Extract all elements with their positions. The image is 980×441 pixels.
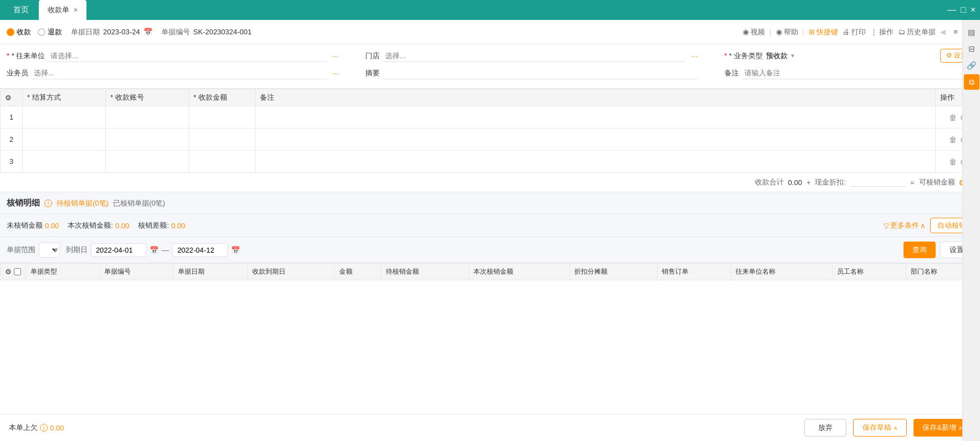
col-type-header: 单据类型 bbox=[26, 264, 100, 280]
sidebar-table-icon[interactable]: ▤ bbox=[964, 24, 979, 40]
col-settings-header[interactable]: ⚙ bbox=[1, 89, 23, 106]
note-input[interactable] bbox=[742, 67, 973, 79]
tab-close-icon[interactable]: × bbox=[74, 6, 78, 14]
delete-icon-1[interactable]: 🗑 bbox=[949, 113, 957, 122]
summary-row: 收款合计 0.00 + 现金折扣: = 可核销金额 0.00 bbox=[0, 173, 980, 192]
method-cell-3[interactable] bbox=[23, 151, 106, 173]
summary-input[interactable] bbox=[383, 67, 697, 79]
remark-cell-1[interactable] bbox=[256, 106, 936, 129]
diff-amount: 核销差额: 0.00 bbox=[138, 221, 185, 230]
from-unit-more-icon[interactable]: ··· bbox=[333, 52, 339, 60]
radio-refund[interactable]: 退款 bbox=[38, 27, 62, 37]
maximize-icon[interactable]: □ bbox=[961, 5, 966, 15]
form-area: * 往来单位 ··· 门店 ··· * 业务类型 预收款 ▼ bbox=[0, 44, 980, 89]
tab-active[interactable]: 收款单 × bbox=[39, 0, 86, 20]
tab-bar: 首页 收款单 × — □ × bbox=[0, 0, 980, 20]
discount-input[interactable] bbox=[850, 178, 906, 187]
date-from-input[interactable] bbox=[91, 243, 146, 257]
pending-tab[interactable]: 待核销单据(0笔) bbox=[57, 198, 109, 208]
table-area: ⚙ * 结算方式 * 收款账号 * 收款金额 备注 操作 1 bbox=[0, 89, 980, 173]
draft-btn[interactable]: 保存草稿 ∧ bbox=[853, 419, 907, 437]
calendar-from-icon[interactable]: 📅 bbox=[150, 246, 159, 254]
business-type-select[interactable]: 预收款 ▼ bbox=[766, 51, 795, 61]
filter-right: ▽ 更多条件 ∧ 自动核销 bbox=[884, 218, 973, 233]
minimize-icon[interactable]: — bbox=[947, 5, 956, 15]
method-cell-2[interactable] bbox=[23, 129, 106, 151]
amount-cell-2[interactable] bbox=[189, 129, 256, 151]
staff-more-icon[interactable]: ··· bbox=[333, 69, 339, 78]
toolbar-right: ◉ 视频 | ◉ 帮助 | ⊞ 快捷键 🖨 打印 ⋮ bbox=[743, 27, 973, 38]
history-btn[interactable]: 🗂 历史单据 bbox=[898, 27, 936, 37]
account-cell-2[interactable] bbox=[106, 129, 189, 151]
completed-tab[interactable]: 已核销单据(0笔) bbox=[113, 198, 165, 208]
delete-icon-2[interactable]: 🗑 bbox=[949, 135, 957, 144]
method-cell-1[interactable] bbox=[23, 106, 106, 129]
current-amount: 本次核销金额: 0.00 bbox=[68, 221, 129, 230]
shop-more-icon[interactable]: ··· bbox=[691, 52, 698, 60]
calendar-to-icon[interactable]: 📅 bbox=[231, 246, 240, 254]
layout-list-icon[interactable]: ≡ bbox=[950, 27, 961, 38]
close-icon[interactable]: × bbox=[971, 5, 976, 15]
data-table: ⚙ * 结算方式 * 收款账号 * 收款金额 备注 操作 1 bbox=[0, 89, 980, 173]
more-conditions-btn[interactable]: ▽ 更多条件 ∧ bbox=[884, 221, 926, 230]
col-number-header: 单据编号 bbox=[100, 264, 173, 280]
operation-btn[interactable]: ⋮ 操作 bbox=[870, 27, 894, 37]
table-row: 3 🗑 ⊕ bbox=[1, 151, 980, 173]
from-unit-input[interactable] bbox=[48, 50, 326, 62]
footer-info-icon[interactable]: i bbox=[40, 424, 48, 432]
from-unit-field: * 往来单位 ··· bbox=[7, 50, 339, 62]
print-btn[interactable]: 🖨 打印 bbox=[843, 27, 866, 37]
shop-input[interactable] bbox=[383, 50, 686, 62]
col-remark-header: 备注 bbox=[256, 89, 936, 106]
account-cell-1[interactable] bbox=[106, 106, 189, 129]
select-all-checkbox[interactable] bbox=[14, 268, 21, 275]
col-discount-header: 折扣分摊额 bbox=[570, 264, 657, 280]
date-to-input[interactable] bbox=[172, 243, 228, 257]
calendar-icon[interactable]: 📅 bbox=[144, 28, 152, 36]
row-num-3: 3 bbox=[1, 151, 23, 173]
table-settings-icon[interactable]: ⚙ bbox=[5, 268, 12, 276]
bottom-table: ⚙ 单据类型 单据编号 单据日期 收款到期日 金额 待核销金额 本次核销金额 折… bbox=[0, 263, 980, 280]
delete-icon-3[interactable]: 🗑 bbox=[949, 157, 957, 166]
tab-home[interactable]: 首页 bbox=[4, 0, 38, 20]
help-btn[interactable]: ◉ 帮助 bbox=[776, 27, 798, 37]
remark-cell-2[interactable] bbox=[256, 129, 936, 151]
col-due-date-header: 收款到期日 bbox=[247, 264, 335, 280]
amount-cell-1[interactable] bbox=[189, 106, 256, 129]
col-amount-header: * 收款金额 bbox=[189, 89, 256, 106]
staff-field: 业务员 ··· bbox=[7, 67, 339, 79]
video-btn[interactable]: ◉ 视频 bbox=[743, 27, 765, 37]
shortcut-btn[interactable]: ⊞ 快捷键 bbox=[809, 27, 838, 37]
dropdown-arrow-icon: ▼ bbox=[790, 53, 795, 59]
row-num-2: 2 bbox=[1, 129, 23, 151]
range-dropdown-icon: ▼ bbox=[52, 246, 59, 254]
radio-group: 收款 退款 bbox=[7, 27, 62, 37]
filter-row: 未核销金额 0.00 本次核销金额: 0.00 核销差额: 0.00 ▽ 更多条… bbox=[0, 214, 980, 237]
form-row-2: 业务员 ··· 摘要 备注 bbox=[7, 67, 973, 79]
remark-cell-3[interactable] bbox=[256, 151, 936, 173]
draft-arrow-icon: ∧ bbox=[894, 425, 897, 431]
col-account-header: * 收款账号 bbox=[106, 89, 189, 106]
footer: 本单上欠 i 0.00 放弃 保存草稿 ∧ 保存&新增 ∧ bbox=[0, 414, 980, 441]
number-field: 单据编号 SK-20230324-001 bbox=[161, 27, 252, 37]
footer-left: 本单上欠 i 0.00 bbox=[9, 423, 64, 433]
col-method-header: * 结算方式 bbox=[23, 89, 106, 106]
radio-receipt[interactable]: 收款 bbox=[7, 27, 31, 37]
sidebar-link-icon[interactable]: 🔗 bbox=[964, 58, 979, 73]
date-field: 单据日期 2023-03-24 📅 bbox=[71, 27, 152, 37]
query-btn[interactable]: 查询 bbox=[904, 242, 936, 258]
radio-dot-receipt bbox=[7, 28, 14, 36]
unchecked-amount: 未核销金额 0.00 bbox=[7, 221, 59, 230]
amount-cell-3[interactable] bbox=[189, 151, 256, 173]
note-field: 备注 bbox=[724, 67, 973, 79]
account-cell-3[interactable] bbox=[106, 151, 189, 173]
staff-input[interactable] bbox=[32, 67, 327, 79]
print-icon: 🖨 bbox=[843, 28, 850, 36]
shop-field: 门店 ··· bbox=[365, 50, 697, 62]
sidebar-expand-icon[interactable]: ⧉ bbox=[964, 74, 979, 90]
sidebar-minus-icon[interactable]: ⊟ bbox=[964, 41, 979, 57]
abandon-btn[interactable]: 放弃 bbox=[804, 419, 846, 437]
operation-icon: ⋮ bbox=[870, 28, 877, 36]
history-icon: 🗂 bbox=[898, 28, 905, 36]
info-icon[interactable]: i bbox=[44, 199, 52, 207]
